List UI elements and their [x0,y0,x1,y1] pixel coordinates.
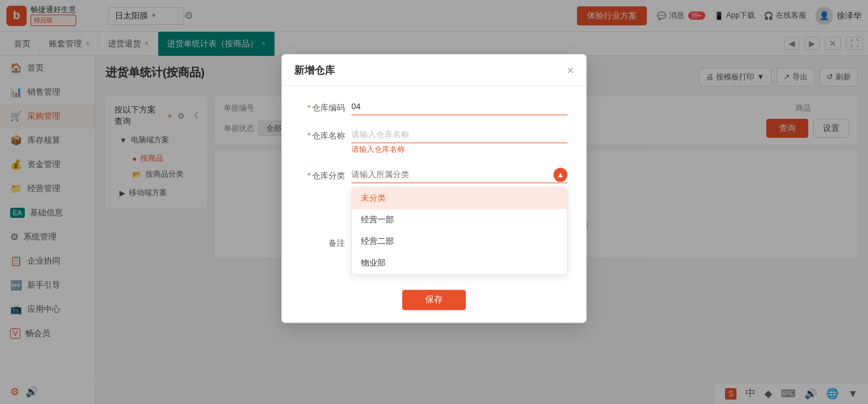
form-row-category: 仓库分类 ▲ 未分类 经营一部 经营二部 物业部 [301,166,567,183]
dialog-body: 仓库编码 仓库名称 请输入仓库名称 仓库分类 ▲ 未分类 经营一 [281,86,587,283]
note-label: 备注 [301,234,345,249]
dropdown-item-dept2[interactable]: 经营二部 [352,231,567,252]
dropdown-item-uncategorized[interactable]: 未分类 [352,187,567,209]
dialog-title: 新增仓库 [294,64,335,77]
warehouse-cat-dropdown: 未分类 经营一部 经营二部 物业部 [351,187,567,274]
form-row-name: 仓库名称 请输入仓库名称 [301,126,567,155]
dialog-footer: 保存 [281,283,587,310]
warehouse-cat-wrap: ▲ 未分类 经营一部 经营二部 物业部 [351,166,567,183]
warehouse-name-label: 仓库名称 [301,126,345,142]
dropdown-item-property[interactable]: 物业部 [352,252,567,274]
warehouse-name-input[interactable] [351,126,567,143]
warehouse-name-error: 请输入仓库名称 [351,144,567,155]
dialog-header: 新增仓库 × [281,54,587,86]
warehouse-code-label: 仓库编码 [301,98,345,114]
new-warehouse-dialog: 新增仓库 × 仓库编码 仓库名称 请输入仓库名称 仓库分类 ▲ [281,54,587,323]
save-button[interactable]: 保存 [402,290,466,310]
warehouse-cat-label: 仓库分类 [301,166,345,182]
warehouse-cat-input[interactable] [351,166,567,183]
dropdown-toggle-button[interactable]: ▲ [553,168,567,182]
dropdown-item-dept1[interactable]: 经营一部 [352,209,567,231]
form-row-code: 仓库编码 [301,98,567,115]
dialog-close-button[interactable]: × [567,64,574,77]
warehouse-code-input[interactable] [351,98,567,115]
